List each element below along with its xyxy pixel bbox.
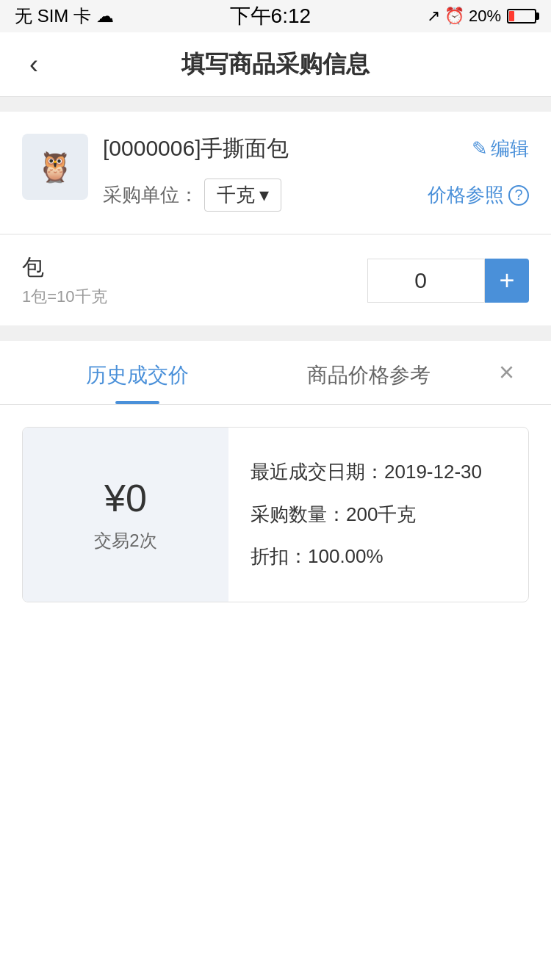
alarm-icon: ⏰ bbox=[444, 7, 464, 26]
quantity-label-group: 包 1包=10千克 bbox=[22, 253, 107, 308]
status-right: ↗ ⏰ 20% bbox=[427, 7, 536, 26]
product-name-row: [0000006]手撕面包 ✎ 编辑 bbox=[103, 134, 529, 164]
discount-value: 100.00% bbox=[308, 545, 383, 567]
product-top: 🦉 [0000006]手撕面包 ✎ 编辑 采购单位： 千克 ▾ bbox=[22, 134, 529, 212]
quantity-conversion: 1包=10千克 bbox=[22, 286, 107, 308]
product-card: 🦉 [0000006]手撕面包 ✎ 编辑 采购单位： 千克 ▾ bbox=[0, 112, 551, 234]
unit-value: 千克 bbox=[217, 182, 255, 208]
status-time: 下午6:12 bbox=[230, 2, 311, 30]
battery-percent: 20% bbox=[469, 7, 501, 26]
price-detail-date: 最近成交日期：2019-12-30 bbox=[251, 457, 506, 488]
edit-label: 编辑 bbox=[491, 136, 529, 162]
product-info: [0000006]手撕面包 ✎ 编辑 采购单位： 千克 ▾ 价格参照 ? bbox=[103, 134, 529, 212]
discount-label: 折扣： bbox=[251, 545, 308, 567]
quantity-input-group: + bbox=[367, 259, 529, 303]
quantity-section: 包 1包=10千克 + bbox=[0, 235, 551, 326]
tabs-header: 历史成交价 商品价格参考 × bbox=[0, 341, 551, 405]
purchase-qty-label: 采购数量： bbox=[251, 503, 346, 525]
quantity-unit: 包 bbox=[22, 253, 107, 283]
status-bar: 无 SIM 卡 ☁ 下午6:12 ↗ ⏰ 20% bbox=[0, 0, 551, 32]
price-detail-discount: 折扣：100.00% bbox=[251, 541, 506, 572]
quantity-input[interactable] bbox=[367, 259, 485, 303]
tab-product-reference[interactable]: 商品价格参考 bbox=[253, 341, 483, 404]
purchase-unit-label: 采购单位： bbox=[103, 182, 198, 208]
edit-icon: ✎ bbox=[472, 137, 488, 160]
white-bottom-area bbox=[0, 624, 551, 980]
price-amount: ¥0 bbox=[104, 476, 147, 520]
product-name: [0000006]手撕面包 bbox=[103, 134, 289, 164]
tab-close-button[interactable]: × bbox=[484, 345, 529, 400]
price-reference-button[interactable]: 价格参照 ? bbox=[428, 182, 529, 208]
history-content: ¥0 交易2次 最近成交日期：2019-12-30 采购数量：200千克 折扣：… bbox=[0, 405, 551, 624]
sim-label: 无 SIM 卡 ☁ bbox=[15, 4, 114, 28]
question-icon: ? bbox=[508, 185, 529, 206]
product-thumbnail: 🦉 bbox=[22, 134, 88, 200]
price-record-card: ¥0 交易2次 最近成交日期：2019-12-30 采购数量：200千克 折扣：… bbox=[22, 427, 529, 602]
edit-button[interactable]: ✎ 编辑 bbox=[472, 136, 529, 162]
page-title: 填写商品采购信息 bbox=[181, 48, 370, 81]
unit-select[interactable]: 千克 ▾ bbox=[204, 179, 281, 212]
recent-date-value: 2019-12-30 bbox=[384, 461, 482, 483]
purchase-unit-row: 采购单位： 千克 ▾ 价格参照 ? bbox=[103, 179, 529, 212]
purchase-qty-value: 200千克 bbox=[346, 503, 416, 525]
tabs-section: 历史成交价 商品价格参考 × ¥0 交易2次 最近成交日期：2019-12-30… bbox=[0, 341, 551, 980]
price-trades: 交易2次 bbox=[94, 529, 156, 552]
price-left-panel: ¥0 交易2次 bbox=[23, 428, 228, 602]
product-thumb-icon: 🦉 bbox=[37, 150, 73, 184]
status-left: 无 SIM 卡 ☁ bbox=[15, 4, 114, 28]
recent-date-label: 最近成交日期： bbox=[251, 461, 384, 483]
battery-icon bbox=[507, 9, 536, 24]
chevron-down-icon: ▾ bbox=[259, 184, 269, 206]
price-ref-label: 价格参照 bbox=[428, 182, 504, 208]
header: ‹ 填写商品采购信息 bbox=[0, 32, 551, 97]
gps-icon: ↗ bbox=[427, 7, 440, 26]
price-detail-qty: 采购数量：200千克 bbox=[251, 500, 506, 530]
tab-history-price[interactable]: 历史成交价 bbox=[22, 341, 253, 404]
back-button[interactable]: ‹ bbox=[22, 42, 46, 87]
quantity-plus-button[interactable]: + bbox=[485, 259, 529, 303]
price-right-panel: 最近成交日期：2019-12-30 采购数量：200千克 折扣：100.00% bbox=[228, 428, 528, 602]
